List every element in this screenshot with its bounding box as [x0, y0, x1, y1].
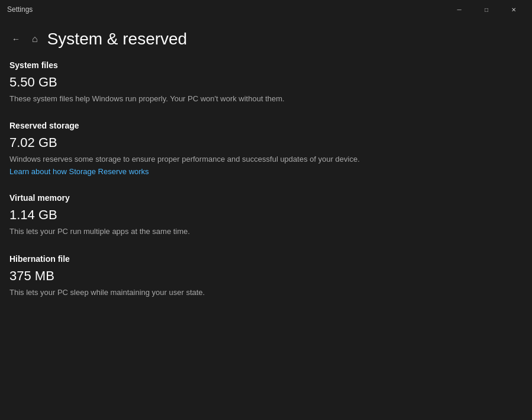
- storage-reserve-link[interactable]: Learn about how Storage Reserve works: [9, 167, 149, 176]
- reserved-storage-description: Windows reserves some storage to ensure …: [9, 154, 400, 165]
- section-reserved-storage: Reserved storage 7.02 GB Windows reserve…: [9, 121, 523, 177]
- hibernation-file-description: This lets your PC sleep while maintainin…: [9, 287, 400, 298]
- maximize-button[interactable]: □: [473, 0, 500, 19]
- page-title: System & reserved: [47, 30, 188, 49]
- hibernation-file-title: Hibernation file: [9, 254, 523, 264]
- content-area: System files 5.50 GB These system files …: [0, 60, 532, 298]
- reserved-storage-size: 7.02 GB: [9, 135, 523, 150]
- title-bar-controls: ─ □ ✕: [446, 0, 527, 19]
- hibernation-file-size: 375 MB: [9, 268, 523, 284]
- home-icon[interactable]: ⌂: [32, 34, 38, 44]
- title-bar: Settings ─ □ ✕: [0, 0, 532, 19]
- reserved-storage-title: Reserved storage: [9, 121, 523, 130]
- minimize-button[interactable]: ─: [446, 0, 473, 19]
- virtual-memory-size: 1.14 GB: [9, 207, 523, 223]
- title-bar-left: Settings: [7, 5, 33, 14]
- section-system-files: System files 5.50 GB These system files …: [9, 60, 523, 104]
- close-button[interactable]: ✕: [500, 0, 527, 19]
- title-bar-title: Settings: [7, 5, 33, 14]
- system-files-description: These system files help Windows run prop…: [9, 94, 400, 104]
- back-button[interactable]: ←: [9, 32, 22, 46]
- virtual-memory-description: This lets your PC run multiple apps at t…: [9, 226, 400, 237]
- system-files-size: 5.50 GB: [9, 75, 523, 90]
- section-virtual-memory: Virtual memory 1.14 GB This lets your PC…: [9, 193, 523, 237]
- system-files-title: System files: [9, 60, 523, 70]
- section-hibernation-file: Hibernation file 375 MB This lets your P…: [9, 254, 523, 298]
- virtual-memory-title: Virtual memory: [9, 193, 523, 203]
- page-header: ← ⌂ System & reserved: [0, 19, 532, 60]
- back-icon: ←: [12, 34, 20, 44]
